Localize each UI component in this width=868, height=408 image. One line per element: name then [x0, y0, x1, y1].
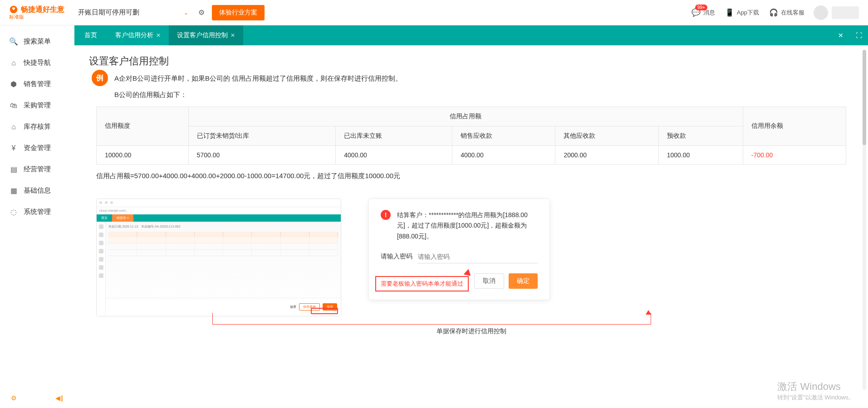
purchase-icon: 🛍	[9, 102, 18, 110]
nav-label: 销售管理	[24, 80, 51, 88]
warning-icon: !	[381, 210, 391, 220]
app-download-button[interactable]: 📱 App下载	[725, 8, 759, 17]
example-badge: 例	[92, 70, 108, 86]
nav-finance[interactable]: ¥资金管理	[0, 137, 74, 159]
nav-purchase[interactable]: 🛍采购管理	[0, 95, 74, 116]
baseinfo-icon: ▦	[9, 186, 18, 195]
footer-collapse-icon[interactable]: ◀∥	[55, 394, 64, 402]
calculation-text: 信用占用额=5700.00+4000.00+4000.00+2000.00-10…	[96, 172, 846, 180]
td-c2: 4000.00	[336, 146, 452, 164]
tab-bar: 首页 客户信用分析✕ 设置客户信用控制✕ ✕ ⛶	[74, 25, 868, 45]
illustration-row: cloud.chanjet.com/... 首页 销货单 × 单据日期 2020…	[96, 199, 846, 316]
left-nav: 🔍搜索菜单 ⌂快捷导航 ⬢销售管理 🛍采购管理 ⌂库存核算 ¥资金管理 ▤经营管…	[0, 25, 74, 408]
nav-label: 搜索菜单	[24, 37, 51, 46]
tab-label: 设置客户信用控制	[177, 31, 228, 39]
chevron-down-icon: ⌄	[184, 10, 188, 16]
th-balance: 信用用余额	[743, 107, 846, 146]
th-col3: 销售应收款	[452, 126, 555, 146]
account-selector-label: 开账日期可停用可删	[78, 8, 139, 17]
nav-label: 资金管理	[24, 144, 51, 152]
nav-label: 快捷导航	[24, 58, 51, 67]
tab-home[interactable]: 首页	[74, 25, 107, 45]
search-icon: 🔍	[9, 37, 18, 46]
tab-fullscreen-icon[interactable]: ⛶	[850, 25, 868, 45]
warning-text: 结算客户：************的信用占用额为[1888.00元]，超过了信用…	[397, 210, 538, 242]
tab-label: 客户信用分析	[115, 31, 153, 39]
connector-label: 单据保存时进行信用控制	[96, 325, 846, 335]
td-c5: 1000.00	[658, 146, 743, 164]
gear-icon[interactable]: ⚙	[198, 8, 205, 17]
content-inner: 例 A企对B公司进行开单时，如果B公司的 信用占用额超过了信用额度，则在保存时进…	[74, 73, 868, 349]
nav-inventory[interactable]: ⌂库存核算	[0, 116, 74, 137]
top-header: 畅捷通好生意 标准版 开账日期可停用可删 ⌄ ⚙ 体验行业方案 💬 消息 99+…	[0, 0, 868, 25]
finance-icon: ¥	[9, 144, 18, 152]
nav-label: 系统管理	[24, 208, 51, 216]
nav-sales[interactable]: ⬢销售管理	[0, 73, 74, 95]
left-nav-footer: ⚙ ◀∥	[0, 388, 74, 408]
th-occupy: 信用占用额	[188, 107, 743, 126]
nav-label: 采购管理	[24, 101, 51, 110]
example-text-2: B公司的信用额占如下：	[96, 91, 846, 99]
brand-name: 畅捷通好生意	[21, 5, 64, 15]
page-title: 设置客户信用控制	[74, 45, 868, 73]
scrollbar[interactable]	[863, 50, 866, 390]
avatar[interactable]	[814, 5, 828, 20]
operation-icon: ▤	[9, 165, 18, 174]
content-scroll[interactable]: 设置客户信用控制 例 A企对B公司进行开单时，如果B公司的 信用占用额超过了信用…	[74, 45, 868, 408]
example-text-1: A企对B公司进行开单时，如果B公司的 信用占用额超过了信用额度，则在保存时进行信…	[96, 73, 846, 84]
table-row: 10000.00 5700.00 4000.00 4000.00 2000.00…	[97, 146, 846, 164]
nav-label: 基础信息	[24, 186, 51, 195]
home-icon: ⌂	[9, 59, 18, 67]
app-download-label: App下载	[737, 9, 759, 17]
tab-credit-analysis[interactable]: 客户信用分析✕	[107, 25, 169, 45]
close-icon[interactable]: ✕	[156, 32, 161, 39]
td-c3: 4000.00	[452, 146, 555, 164]
mobile-icon: 📱	[725, 8, 734, 17]
tab-close-all-icon[interactable]: ✕	[832, 25, 850, 45]
footer-gear-icon[interactable]: ⚙	[11, 394, 17, 402]
nav-label: 库存核算	[24, 122, 51, 131]
password-label: 请输入密码	[381, 253, 412, 261]
red-callout: 需要老板输入密码本单才能通过	[375, 276, 469, 291]
brand-area: 畅捷通好生意 标准版	[9, 5, 73, 20]
td-limit: 10000.00	[97, 146, 189, 164]
account-selector[interactable]: 开账日期可停用可删 ⌄	[73, 8, 194, 17]
nav-search[interactable]: 🔍搜索菜单	[0, 31, 74, 52]
online-service-label: 在线客服	[781, 9, 804, 17]
headset-icon: 🎧	[769, 8, 778, 17]
brand-logo-icon	[9, 5, 18, 14]
credit-warning-dialog: ! 结算客户：************的信用占用额为[1888.00元]，超过了…	[368, 199, 550, 300]
scrollbar-thumb[interactable]	[863, 50, 866, 145]
tab-credit-control-settings[interactable]: 设置客户信用控制✕	[169, 25, 243, 45]
messages-button[interactable]: 💬 消息 99+	[691, 8, 715, 17]
industry-plan-button[interactable]: 体验行业方案	[212, 5, 265, 20]
th-col1: 已订货未销货/出库	[188, 126, 336, 146]
th-col4: 其他应收款	[555, 126, 658, 146]
th-credit-limit: 信用额度	[97, 107, 189, 146]
th-col2: 已出库未立账	[336, 126, 452, 146]
nav-system[interactable]: ◌系统管理	[0, 201, 74, 223]
close-icon[interactable]: ✕	[230, 32, 235, 39]
td-c1: 5700.00	[188, 146, 336, 164]
sales-icon: ⬢	[9, 80, 18, 88]
nav-label: 经营管理	[24, 165, 51, 174]
nav-baseinfo[interactable]: ▦基础信息	[0, 180, 74, 201]
tab-label: 首页	[84, 31, 97, 39]
nav-quick[interactable]: ⌂快捷导航	[0, 52, 74, 73]
tab-bar-right: ✕ ⛶	[832, 25, 868, 45]
inventory-icon: ⌂	[9, 123, 18, 131]
th-col5: 预收款	[658, 126, 743, 146]
system-icon: ◌	[9, 208, 18, 216]
credit-table: 信用额度 信用占用额 信用用余额 已订货未销货/出库 已出库未立账 销售应收款 …	[96, 107, 846, 165]
cancel-button[interactable]: 取消	[474, 273, 504, 289]
confirm-button[interactable]: 确定	[509, 273, 538, 289]
nav-operation[interactable]: ▤经营管理	[0, 159, 74, 180]
password-input[interactable]	[417, 250, 538, 263]
td-c4: 2000.00	[555, 146, 658, 164]
main: 首页 客户信用分析✕ 设置客户信用控制✕ ✕ ⛶ 设置客户信用控制 例 A企对B…	[74, 25, 868, 408]
online-service-button[interactable]: 🎧 在线客服	[769, 8, 804, 17]
td-balance: -700.00	[743, 146, 846, 164]
messages-badge: 99+	[695, 5, 707, 10]
brand-edition: 标准版	[9, 14, 24, 20]
user-name-placeholder[interactable]	[832, 6, 859, 19]
